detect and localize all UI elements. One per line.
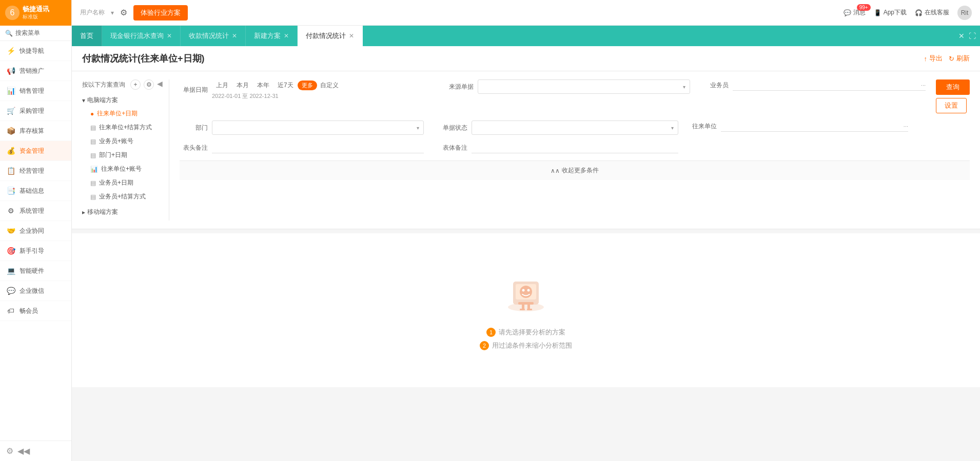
related-unit-more-icon[interactable]: ··· — [904, 123, 908, 129]
tab-collection[interactable]: 收款情况统计✕ — [181, 26, 246, 46]
sidebar-item-basic[interactable]: 📑 基础信息 — [0, 181, 71, 201]
tab-new_scheme[interactable]: 新建方案✕ — [246, 26, 298, 46]
date-this-year[interactable]: 本年 — [253, 79, 273, 91]
related-unit-value[interactable]: ··· — [721, 121, 908, 132]
collapse-more-button[interactable]: ∧∧ 收起更多条件 — [551, 166, 599, 175]
nav-label-capital: 资金管理 — [19, 147, 44, 155]
tab-close-new_scheme[interactable]: ✕ — [284, 32, 289, 39]
scheme-group-title-mobile[interactable]: ▸移动端方案 — [82, 206, 163, 218]
svg-rect-10 — [527, 309, 532, 310]
sidebar-item-member[interactable]: 🏷 畅会员 — [0, 301, 71, 321]
sidebar-item-inventory[interactable]: 📦 库存核算 — [0, 121, 71, 141]
header-note-field: 表头备注 — [180, 142, 424, 153]
nav-icon-marketing: 📢 — [6, 66, 15, 75]
service-icon: 🎧 — [915, 9, 923, 16]
nav-icon-purchase: 🛒 — [6, 106, 15, 115]
nav-icon-sales: 📊 — [6, 86, 15, 95]
scheme-item-unit_account[interactable]: 📊往来单位+账号 — [82, 162, 163, 176]
tab-close-payment[interactable]: ✕ — [349, 32, 354, 39]
header-dropdown-arrow[interactable]: ▾ — [111, 9, 114, 16]
export-button[interactable]: ↑ 导出 — [924, 54, 943, 63]
sidebar-item-wechat[interactable]: 💬 企业微信 — [0, 281, 71, 301]
trial-button[interactable]: 体验行业方案 — [133, 5, 188, 21]
dept-label: 部门 — [180, 124, 208, 132]
sidebar-item-sales[interactable]: 📊 销售管理 — [0, 81, 71, 101]
staff-label: 业务员 — [700, 81, 729, 90]
scheme-add-button[interactable]: + — [130, 79, 141, 90]
scheme-item-dept_date[interactable]: ▤部门+日期 — [82, 148, 163, 162]
tab-payment[interactable]: 付款情况统计✕ — [298, 26, 363, 46]
export-icon: ↑ — [924, 55, 928, 63]
tab-close-cashflow[interactable]: ✕ — [167, 32, 172, 39]
date-this-month[interactable]: 本月 — [232, 79, 253, 91]
filter-row-2: 部门 ▾ 单据状态 ▾ 往来单位 — [180, 121, 970, 135]
voucher-date-field: 单据日期 上月 本月 本年 近7天 更多 自定义 2022-01-01 至 20… — [180, 79, 430, 100]
maximize-icon[interactable]: ⛶ — [969, 32, 976, 40]
app-download-button[interactable]: 📱 App下载 — [874, 8, 907, 17]
tab-home[interactable]: 首页 — [72, 26, 102, 46]
scheme-collapse-button[interactable]: ◀ — [157, 79, 163, 90]
date-last-7-days[interactable]: 近7天 — [273, 79, 298, 91]
sidebar-item-guide[interactable]: 🎯 新手引导 — [0, 241, 71, 261]
tab-cashflow[interactable]: 现金银行流水查询✕ — [102, 26, 181, 46]
refresh-button[interactable]: ↻ 刷新 — [949, 54, 970, 63]
empty-illustration — [500, 266, 552, 317]
nav-icon-inventory: 📦 — [6, 126, 15, 135]
sidebar-item-quicknav[interactable]: ⚡ 快捷导航 — [0, 41, 71, 61]
scheme-header-title: 按以下方案查询 — [82, 81, 125, 89]
body-note-value[interactable] — [472, 142, 678, 153]
scheme-settings-button[interactable]: ⚙ — [144, 79, 154, 90]
collapse-sidebar-icon[interactable]: ◀◀ — [17, 446, 30, 456]
scheme-item-staff_date[interactable]: ▤业务员+日期 — [82, 176, 163, 190]
page-actions: ↑ 导出 ↻ 刷新 — [924, 54, 970, 63]
nav-label-inventory: 库存核算 — [19, 127, 44, 135]
sidebar-item-capital[interactable]: 💰 资金管理 — [0, 141, 71, 161]
sidebar-item-system[interactable]: ⚙ 系统管理 — [0, 201, 71, 221]
search-icon: 🔍 — [5, 30, 13, 37]
scheme-group-title-desktop[interactable]: ▾电脑端方案 — [82, 94, 163, 107]
close-all-tabs-icon[interactable]: ✕ — [958, 32, 965, 40]
scheme-item-staff_settlement[interactable]: ▤业务员+结算方式 — [82, 190, 163, 204]
svg-rect-8 — [527, 305, 530, 309]
staff-more-icon[interactable]: ··· — [921, 82, 926, 88]
sidebar-item-enterprise[interactable]: 🤝 企业协同 — [0, 221, 71, 241]
scheme-item-icon-dept_date: ▤ — [90, 152, 96, 159]
dept-select[interactable]: ▾ — [212, 121, 424, 135]
query-button[interactable]: 查询 — [936, 79, 970, 95]
header-note-label: 表头备注 — [180, 144, 208, 152]
sidebar-item-purchase[interactable]: 🛒 采购管理 — [0, 101, 71, 121]
filter-settings-button[interactable]: 设置 — [936, 98, 967, 113]
tab-close-collection[interactable]: ✕ — [232, 32, 237, 39]
scheme-item-unit_date[interactable]: ●往来单位+日期 — [82, 107, 163, 121]
svg-point-4 — [522, 289, 525, 292]
date-more[interactable]: 更多 — [298, 81, 317, 90]
scheme-item-unit_settlement[interactable]: ▤往来单位+结算方式 — [82, 121, 163, 134]
sidebar-item-operation[interactable]: 📋 经营管理 — [0, 161, 71, 181]
date-range-value: 2022-01-01 至 2022-12-31 — [212, 92, 430, 100]
voucher-status-select[interactable]: ▾ — [472, 121, 678, 135]
online-service-button[interactable]: 🎧 在线客服 — [915, 8, 949, 17]
header-note-value[interactable] — [212, 142, 424, 153]
scheme-item-staff_account[interactable]: ▤业务员+账号 — [82, 134, 163, 148]
filter-section: 按以下方案查询 + ⚙ ◀ ▾电脑端方案●往来单位+日期▤往来单位+结算方式▤业… — [72, 71, 980, 229]
settings-footer-icon[interactable]: ⚙ — [6, 446, 13, 456]
nav-label-sales: 销售管理 — [19, 87, 44, 95]
user-avatar[interactable]: Rit — [957, 6, 972, 20]
header-settings-icon[interactable]: ⚙ — [120, 8, 127, 17]
tab-label-payment: 付款情况统计 — [306, 31, 346, 41]
sidebar-item-marketing[interactable]: 📢 营销推广 — [0, 61, 71, 81]
messages-badge: 99+ — [857, 4, 871, 11]
staff-value[interactable]: ··· — [733, 79, 926, 91]
export-label: 导出 — [929, 54, 943, 63]
sidebar-item-hardware[interactable]: 💻 智能硬件 — [0, 261, 71, 281]
page-title: 付款情况统计(往来单位+日期) — [82, 52, 205, 65]
scheme-item-icon-unit_settlement: ▤ — [90, 124, 96, 131]
voucher-date-label: 单据日期 — [180, 86, 208, 94]
date-last-month[interactable]: 上月 — [212, 79, 232, 91]
messages-button[interactable]: 💬 消息 99+ — [844, 8, 866, 17]
source-voucher-select[interactable]: ▾ — [478, 79, 691, 94]
tab-label-new_scheme: 新建方案 — [254, 31, 281, 41]
search-menu[interactable]: 🔍 搜索菜单 — [0, 26, 71, 41]
search-label: 搜索菜单 — [15, 29, 40, 37]
date-custom[interactable]: 自定义 — [320, 81, 339, 90]
